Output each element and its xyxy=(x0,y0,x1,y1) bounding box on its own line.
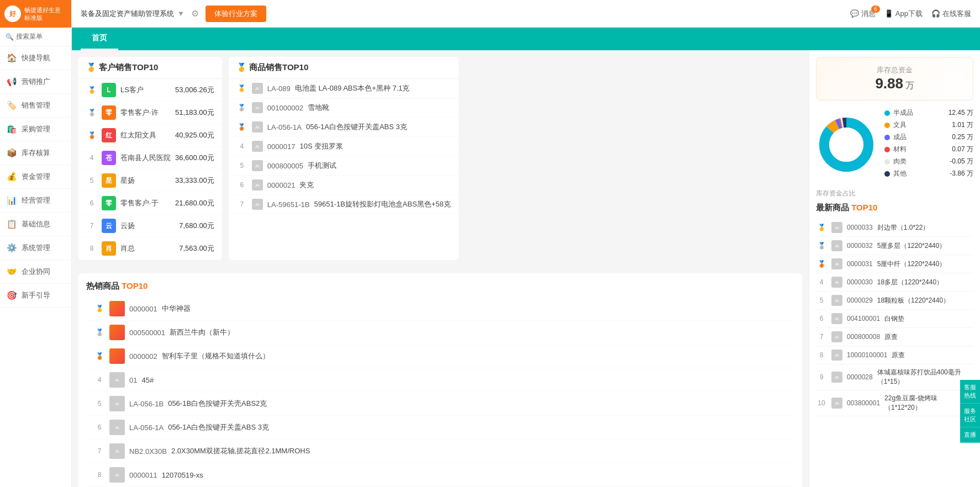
legend-category-name: 文具 xyxy=(893,120,949,130)
latest-product-code: 0000033 xyxy=(847,224,873,231)
latest-product-icon: Ai xyxy=(831,240,842,251)
latest-products-section: 最新商品 TOP10 🥇Ai0000033封边带（1.0*22）🥈Ai00000… xyxy=(816,203,973,416)
product-code: LA-089 xyxy=(267,84,291,93)
sidebar-item-label: 采购管理 xyxy=(22,124,50,134)
latest-product-name: 18颗粒板（1220*2440） xyxy=(877,296,973,305)
system-icon: ⚙️ xyxy=(7,243,17,253)
dropdown-arrow-icon[interactable]: ▼ xyxy=(177,9,185,18)
product-icon: Ai xyxy=(252,121,263,133)
latest-product-code: 10000100001 xyxy=(847,351,887,359)
inventory-total-card: 库存总资金 9.88 万 xyxy=(816,57,973,100)
hot-product-code: NB2.0X30B xyxy=(129,447,167,456)
message-badge: 6 xyxy=(871,6,880,13)
float-btn-service[interactable]: 客服热线 xyxy=(960,380,980,404)
rank-number: 🥇 xyxy=(236,84,247,92)
sidebar-item-purchase[interactable]: 🛍️ 采购管理 xyxy=(0,118,71,141)
product-icon: Ai xyxy=(252,141,263,152)
online-service-button[interactable]: 🎧 在线客服 xyxy=(931,9,971,19)
latest-products-title: 最新商品 TOP10 xyxy=(816,203,973,213)
product-icon: Ai xyxy=(252,160,263,171)
hot-product-name: 45# xyxy=(141,376,787,384)
marketing-icon: 📢 xyxy=(7,77,17,87)
latest-product-name: 18多层（1220*2440） xyxy=(877,278,973,287)
app-download-button[interactable]: 📱 App下载 xyxy=(884,9,923,19)
product-icon: Ai xyxy=(252,179,263,190)
hot-product-name: 056-1B白色按键开关壳ABS2克 xyxy=(168,399,787,409)
latest-rank-number: 6 xyxy=(816,315,827,322)
latest-product-name: 原查 xyxy=(884,332,973,342)
latest-rank-number: 7 xyxy=(816,333,827,341)
rank-avatar: 零 xyxy=(102,105,116,120)
inventory-label: 库存总资金 xyxy=(824,65,965,75)
float-btn-live[interactable]: 直播 xyxy=(960,427,980,443)
product-name: 056-1A白色按键开关盖ABS 3克 xyxy=(306,122,451,132)
client-rank-row: 4苍苍南县人民医院36,600.00元 xyxy=(78,147,222,170)
sales-icon: 🏷️ xyxy=(7,100,17,110)
rank-name: LS客户 xyxy=(120,85,171,95)
hot-product-name: 12070519-xs xyxy=(162,471,787,479)
sidebar-item-system[interactable]: ⚙️ 系统管理 xyxy=(0,236,71,260)
product-thumbnail: Ai xyxy=(109,443,125,459)
inventory-icon: 📦 xyxy=(7,148,17,158)
client-rank-row: 7云云扬7,680.00元 xyxy=(78,215,222,237)
latest-rank-number: 5 xyxy=(816,297,827,304)
rank-value: 36,600.00元 xyxy=(175,153,214,163)
rank-number: 🥉 xyxy=(94,352,105,360)
sidebar-item-quick-nav[interactable]: 🏠 快捷导航 xyxy=(0,46,71,70)
sidebar-item-finance[interactable]: 💰 资金管理 xyxy=(0,165,71,189)
legend-dot xyxy=(884,171,890,177)
rank-value: 40,925.00元 xyxy=(175,130,214,140)
sidebar-item-operation[interactable]: 📊 经营管理 xyxy=(0,189,71,213)
purchase-icon: 🛍️ xyxy=(7,124,17,134)
sidebar-item-enterprise[interactable]: 🤝 企业协同 xyxy=(0,260,71,284)
sidebar-item-label: 系统管理 xyxy=(22,243,50,253)
sidebar-item-sales[interactable]: 🏷️ 销售管理 xyxy=(0,94,71,118)
top-ranking-section: 🥇 客户销售TOP10 🥇LLS客户53,006.26元🥈零零售客户·许51,1… xyxy=(78,57,802,267)
operation-icon: 📊 xyxy=(7,195,17,205)
product-name: 59651-1B旋转投影灯电池盒ABS黑色+58克 xyxy=(314,199,450,209)
latest-product-name: 白钢垫 xyxy=(884,314,973,324)
rank-name: 肖总 xyxy=(120,244,175,253)
hot-product-code: 000500001 xyxy=(129,329,165,337)
hot-product-code: LA-056-1B xyxy=(129,400,164,408)
tab-home[interactable]: 首页 xyxy=(81,28,118,50)
rank-avatar: 肖 xyxy=(102,241,116,256)
legend-list: 半成品12.45 万文具1.01 万成品0.25 万材料0.07 万肉类-0.0… xyxy=(884,108,973,181)
rank-number: 6 xyxy=(86,199,97,207)
sidebar-item-base-info[interactable]: 📋 基础信息 xyxy=(0,213,71,236)
client-rank-row: 🥉红红太阳文具40,925.00元 xyxy=(78,124,222,147)
product-thumbnail xyxy=(109,325,125,340)
sidebar-item-inventory[interactable]: 📦 库存核算 xyxy=(0,141,71,165)
legend-item: 半成品12.45 万 xyxy=(884,108,973,118)
product-icon: Ai xyxy=(252,199,263,210)
latest-product-name: 封边带（1.0*22） xyxy=(877,223,973,232)
rank-number: 🥇 xyxy=(86,86,97,94)
client-rank-row: 8肖肖总7,563.00元 xyxy=(78,237,222,260)
latest-product-code: 0000031 xyxy=(847,260,873,268)
sidebar-item-label: 新手引导 xyxy=(22,290,50,300)
main-area: 装备及固定资产辅助管理系统 ▼ ⚙ 体验行业方案 💬 消息 6 📱 App下载 … xyxy=(72,0,980,487)
inventory-unit: 万 xyxy=(905,81,914,90)
gear-icon[interactable]: ⚙ xyxy=(191,8,199,19)
latest-product-row: 7Ai000800008原查 xyxy=(816,328,973,346)
sidebar-search[interactable]: 🔍 搜索菜单 xyxy=(0,28,71,46)
legend-dot xyxy=(884,135,890,140)
trial-button[interactable]: 体验行业方案 xyxy=(206,6,266,22)
product-code: 000800005 xyxy=(267,162,303,170)
product-code: 0000021 xyxy=(267,181,296,189)
legend-dot xyxy=(884,147,890,152)
logo-text: 畅捷通好生意 标准版 xyxy=(24,6,61,22)
topbar: 装备及固定资产辅助管理系统 ▼ ⚙ 体验行业方案 💬 消息 6 📱 App下载 … xyxy=(72,0,980,28)
float-btn-community[interactable]: 服务社区 xyxy=(960,404,980,427)
sidebar-item-guide[interactable]: 🎯 新手引导 xyxy=(0,284,71,308)
sidebar-item-marketing[interactable]: 📢 营销推广 xyxy=(0,70,71,94)
rank-number: 6 xyxy=(94,424,105,431)
legend-dot xyxy=(884,123,890,128)
legend-category-name: 半成品 xyxy=(893,108,945,118)
rank-number: 8 xyxy=(94,471,105,479)
rank-number: 4 xyxy=(236,142,247,150)
rank-number: 5 xyxy=(86,177,97,184)
product-rank-row: 🥉AiLA-056-1A056-1A白色按键开关盖ABS 3克 xyxy=(229,118,459,137)
rank-number: 🥈 xyxy=(236,104,247,112)
messages-button[interactable]: 💬 消息 6 xyxy=(850,9,876,19)
